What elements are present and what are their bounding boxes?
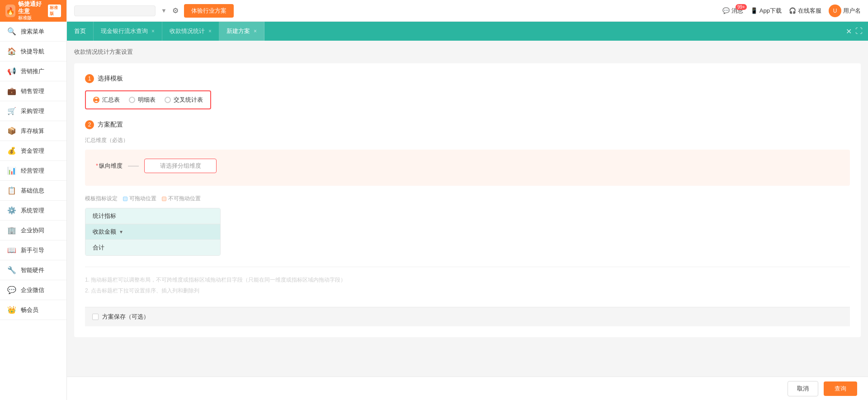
finance-icon: 💰 <box>7 146 16 155</box>
metrics-section: 模板指标设定 可拖动位置 不可拖动位置 统计指标 <box>85 195 850 256</box>
dimension-required-mark: *纵向维度 <box>96 162 123 170</box>
sidebar-item-wechat[interactable]: 💬 企业微信 <box>0 280 66 300</box>
sidebar-item-enterprise[interactable]: 🏢 企业协同 <box>0 221 66 240</box>
step1-header: 1 选择模板 <box>85 74 850 83</box>
inventory-icon: 📦 <box>7 127 16 135</box>
sidebar-item-label: 营销推广 <box>21 67 44 75</box>
tab-new-plan[interactable]: 新建方案 × <box>219 22 264 41</box>
user-avatar: U <box>829 5 841 17</box>
close-window-button[interactable]: ✕ <box>846 27 852 36</box>
enterprise-icon: 🏢 <box>7 226 16 235</box>
radio-cross[interactable]: 交叉统计表 <box>165 96 203 104</box>
sidebar-item-label: 搜索菜单 <box>21 28 44 36</box>
guide-icon: 📖 <box>7 246 16 254</box>
drag-dot-orange <box>162 197 166 201</box>
footer-bar: 取消 查询 <box>67 376 868 400</box>
tab-new-plan-label: 新建方案 <box>226 27 250 35</box>
system-icon: ⚙️ <box>7 206 16 215</box>
tab-home[interactable]: 首页 <box>67 22 94 41</box>
tab-bar-actions: ✕ ⛶ <box>840 22 868 41</box>
tab-cash-flow-label: 现金银行流水查询 <box>101 27 148 35</box>
tab-collection-label: 收款情况统计 <box>170 27 205 35</box>
sidebar-item-label: 畅会员 <box>21 306 38 314</box>
sidebar-item-label: 采购管理 <box>21 107 44 115</box>
sidebar-logo: 🔥 畅捷通好生意 标准版 标准版 <box>0 0 66 22</box>
sidebar-item-label: 销售管理 <box>21 87 44 95</box>
query-button[interactable]: 查询 <box>824 381 857 396</box>
dropdown-icon[interactable]: ▾ <box>120 229 123 235</box>
sidebar-item-nav[interactable]: 🏠 快捷导航 <box>0 42 66 61</box>
sidebar-item-hardware[interactable]: 🔧 智能硬件 <box>0 260 66 280</box>
tab-collection-stats[interactable]: 收款情况统计 × <box>162 22 219 41</box>
radio-detail[interactable]: 明细表 <box>129 96 156 104</box>
save-section: 方案保存（可选） <box>85 307 850 326</box>
drag-hint1: 可拖动位置 <box>123 195 156 202</box>
tab-close-icon[interactable]: × <box>254 28 257 34</box>
sidebar-item-label: 新手引导 <box>21 246 44 254</box>
app-edition: 标准版 <box>18 15 45 21</box>
radio-summary[interactable]: 汇总表 <box>93 96 120 104</box>
sidebar-item-label: 资金管理 <box>21 147 44 155</box>
tip1-text: 1. 拖动标题栏可以调整布局，不可跨维度或指标区域拖动栏目字段（只能在同一维度或… <box>85 274 850 285</box>
sidebar-item-finance[interactable]: 💰 资金管理 <box>0 141 66 161</box>
sidebar-item-management[interactable]: 📊 经营管理 <box>0 161 66 181</box>
top-header: ▼ ⚙ 体验行业方案 💬 消息 99+ 📱 App下载 🎧 在线客服 U 用户名 <box>67 0 868 22</box>
main-card: 1 选择模板 汇总表 明细表 <box>74 63 861 337</box>
sidebar-item-purchase[interactable]: 🛒 采购管理 <box>0 101 66 121</box>
step1-section: 1 选择模板 汇总表 明细表 <box>85 74 850 109</box>
notification-area[interactable]: 💬 消息 99+ <box>722 7 743 15</box>
step2-header: 2 方案配置 <box>85 120 850 129</box>
sidebar-item-search[interactable]: 🔍 搜索菜单 <box>0 22 66 42</box>
radio-circle-detail <box>129 97 135 103</box>
cancel-button[interactable]: 取消 <box>788 381 818 396</box>
sidebar-item-label: 企业协同 <box>21 226 44 235</box>
maximize-button[interactable]: ⛶ <box>855 27 863 35</box>
chevron-down-icon[interactable]: ▼ <box>161 7 167 14</box>
step2-num: 2 <box>85 120 94 129</box>
user-info[interactable]: U 用户名 <box>829 5 861 17</box>
home-icon: 🏠 <box>7 47 16 56</box>
service-label: 在线客服 <box>798 7 821 15</box>
template-select-box: 汇总表 明细表 交叉统计表 <box>85 90 211 109</box>
sidebar-item-label: 基础信息 <box>21 187 44 195</box>
service-icon: 🎧 <box>789 7 796 14</box>
tab-close-icon[interactable]: × <box>208 28 212 34</box>
sidebar-item-label: 库存核算 <box>21 127 44 135</box>
app-name: 畅捷通好生意 <box>18 0 45 14</box>
tab-cash-flow[interactable]: 现金银行流水查询 × <box>94 22 162 41</box>
dimension-row: *纵向维度 —— 请选择分组维度 <box>96 159 839 173</box>
notification-count: 99+ <box>736 4 747 10</box>
metrics-section-title: 模板指标设定 <box>85 195 118 202</box>
sidebar-item-label: 快捷导航 <box>21 47 44 56</box>
tab-close-icon[interactable]: × <box>151 28 155 34</box>
search-input[interactable] <box>74 5 156 16</box>
radio-summary-label: 汇总表 <box>102 96 120 104</box>
service-area[interactable]: 🎧 在线客服 <box>789 7 821 15</box>
sidebar-item-system[interactable]: ⚙️ 系统管理 <box>0 201 66 221</box>
dimension-select-button[interactable]: 请选择分组维度 <box>144 159 217 173</box>
sidebar-item-sales[interactable]: 💼 销售管理 <box>0 81 66 101</box>
sidebar-item-inventory[interactable]: 📦 库存核算 <box>0 121 66 141</box>
metrics-row-0[interactable]: 收款金额 ▾ <box>85 224 220 240</box>
basic-icon: 📋 <box>7 186 16 195</box>
metrics-row-1: 合计 <box>85 240 220 255</box>
hardware-icon: 🔧 <box>7 266 16 274</box>
logo-icon: 🔥 <box>5 5 15 17</box>
sidebar-item-basic[interactable]: 📋 基础信息 <box>0 181 66 201</box>
download-label: App下载 <box>760 7 782 15</box>
sidebar-item-guide[interactable]: 📖 新手引导 <box>0 240 66 260</box>
trial-button[interactable]: 体验行业方案 <box>184 4 234 18</box>
sidebar-item-marketing[interactable]: 📢 营销推广 <box>0 61 66 81</box>
drag-dot-blue <box>123 197 127 201</box>
download-area[interactable]: 📱 App下载 <box>750 7 782 15</box>
radio-cross-label: 交叉统计表 <box>174 96 203 104</box>
tab-bar: 首页 现金银行流水查询 × 收款情况统计 × 新建方案 × ✕ ⛶ <box>67 22 868 41</box>
settings-icon[interactable]: ⚙ <box>172 6 179 15</box>
sidebar: 🔥 畅捷通好生意 标准版 标准版 🔍 搜索菜单 🏠 快捷导航 📢 营销推广 💼 … <box>0 0 67 400</box>
save-checkbox[interactable] <box>92 314 99 320</box>
sidebar-item-member[interactable]: 👑 畅会员 <box>0 300 66 320</box>
sidebar-item-label: 系统管理 <box>21 207 44 215</box>
management-icon: 📊 <box>7 166 16 175</box>
purchase-icon: 🛒 <box>7 107 16 115</box>
step1-title: 选择模板 <box>98 75 123 83</box>
